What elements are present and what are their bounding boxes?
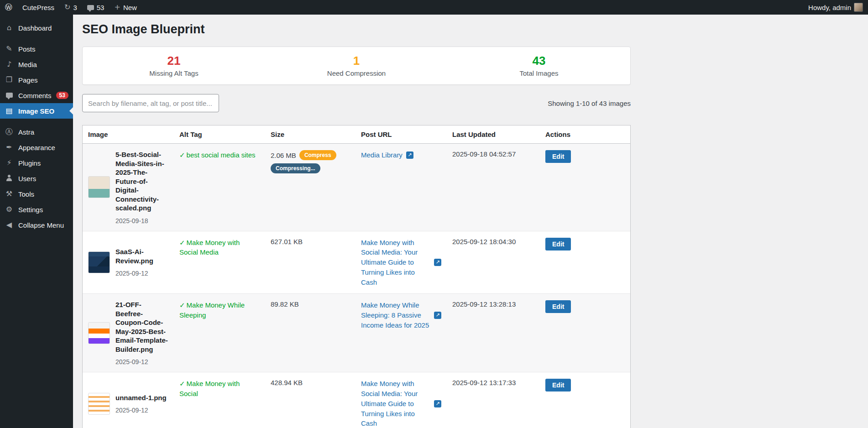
- media-icon: ♪: [5, 61, 14, 68]
- check-icon: ✓: [179, 380, 185, 387]
- updates-count: 3: [73, 4, 77, 11]
- stat-value: 21: [83, 54, 265, 68]
- sidebar-label: Image SEO: [18, 107, 54, 115]
- post-url-text: Media Library: [361, 150, 403, 160]
- sidebar-item-plugins[interactable]: ⚡ Plugins: [0, 155, 73, 171]
- post-url-link[interactable]: Make Money with Social Media: Your Ultim…: [361, 238, 441, 287]
- sidebar-label: Settings: [18, 206, 43, 214]
- header-post-url: Post URL: [356, 125, 447, 143]
- tools-icon: ⚒: [5, 190, 14, 198]
- alt-tag-cell: ✓Make Money While Sleeping: [174, 294, 265, 372]
- stat-label: Need Compression: [265, 69, 448, 77]
- sidebar-item-tools[interactable]: ⚒ Tools: [0, 186, 73, 202]
- external-link-icon: ↗: [434, 312, 441, 319]
- appearance-icon: ✒: [5, 144, 14, 151]
- alt-tag-cell: ✓Make Money with Social Media: [174, 231, 265, 294]
- main-content: SEO Image Blueprint 21 Missing Alt Tags …: [73, 15, 868, 428]
- sidebar-label: Dashboard: [18, 24, 52, 32]
- pages-icon: ❐: [5, 76, 14, 84]
- plus-icon: +: [114, 4, 120, 11]
- sidebar-item-dashboard[interactable]: ⌂ Dashboard: [0, 20, 73, 36]
- updates-indicator[interactable]: ↻ 3: [59, 0, 82, 15]
- collapse-menu-button[interactable]: ◀ Collapse Menu: [0, 217, 73, 233]
- table-row: 21-OFF-Beefree-Coupon-Code-May-2025-Best…: [83, 294, 630, 372]
- check-icon: ✓: [179, 151, 185, 159]
- site-name[interactable]: CutePress: [17, 0, 59, 15]
- stat-value: 43: [448, 54, 630, 68]
- astra-icon: Ⓐ: [5, 128, 14, 136]
- table-row: 5-Best-Social-Media-Sites-in-2025-The-Fu…: [83, 144, 630, 231]
- posts-icon: ✎: [5, 45, 14, 52]
- file-size: 2.06 MB: [271, 151, 296, 159]
- post-url-link[interactable]: Media Library ↗: [361, 150, 441, 160]
- post-url-link[interactable]: Make Money While Sleeping: 8 Passive Inc…: [361, 300, 441, 330]
- sidebar-item-posts[interactable]: ✎ Posts: [0, 41, 73, 57]
- post-url-text: Make Money with Social Media: Your Ultim…: [361, 379, 430, 428]
- sidebar-item-comments[interactable]: Comments 53: [0, 88, 73, 103]
- edit-button[interactable]: Edit: [545, 379, 571, 391]
- image-thumbnail: [88, 176, 110, 198]
- edit-button[interactable]: Edit: [545, 300, 571, 313]
- sidebar-item-media[interactable]: ♪ Media: [0, 57, 73, 72]
- image-filename: 21-OFF-Beefree-Coupon-Code-May-2025-Best…: [115, 300, 168, 354]
- alt-tag-text: Make Money with Social Media: [179, 239, 240, 256]
- comments-icon: [5, 92, 14, 99]
- header-alt-tag: Alt Tag: [174, 125, 265, 143]
- comments-indicator[interactable]: 53: [82, 0, 110, 15]
- image-filename: 5-Best-Social-Media-Sites-in-2025-The-Fu…: [115, 150, 168, 213]
- table-row: SaaS-Ai-Review.png 2025-09-12 ✓Make Mone…: [83, 231, 630, 294]
- stat-total-images: 43 Total Images: [448, 54, 630, 77]
- sidebar-item-astra[interactable]: Ⓐ Astra: [0, 124, 73, 140]
- edit-button[interactable]: Edit: [545, 150, 571, 163]
- image-date: 2025-09-12: [115, 358, 168, 365]
- external-link-icon: ↗: [434, 259, 441, 266]
- sidebar-item-settings[interactable]: ⚙ Settings: [0, 202, 73, 217]
- images-table: Image Alt Tag Size Post URL Last Updated…: [82, 125, 631, 428]
- sidebar-item-image-seo[interactable]: ▤ Image SEO: [0, 103, 73, 119]
- post-url-link[interactable]: Make Money with Social Media: Your Ultim…: [361, 379, 441, 428]
- comments-icon: [87, 5, 94, 10]
- post-url-text: Make Money While Sleeping: 8 Passive Inc…: [361, 300, 430, 330]
- sidebar-label: Astra: [18, 128, 34, 136]
- alt-tag-cell: ✓best social media sites: [174, 144, 265, 231]
- collapse-icon: ◀: [5, 221, 14, 229]
- compress-button[interactable]: Compress: [299, 150, 336, 160]
- comments-count: 53: [97, 4, 105, 11]
- edit-button[interactable]: Edit: [545, 238, 571, 251]
- settings-icon: ⚙: [5, 206, 14, 213]
- alt-tag-text: Make Money with Social: [179, 380, 240, 397]
- alt-tag-text: Make Money While Sleeping: [179, 301, 245, 319]
- image-filename: SaaS-Ai-Review.png: [115, 247, 168, 265]
- sidebar-label: Pages: [18, 76, 38, 84]
- search-input[interactable]: [82, 94, 219, 112]
- account-menu[interactable]: Howdy, admin: [803, 0, 868, 15]
- stat-value: 1: [265, 54, 448, 68]
- stats-card: 21 Missing Alt Tags 1 Need Compression 4…: [82, 47, 631, 85]
- external-link-icon: ↗: [406, 151, 413, 159]
- image-thumbnail: [88, 322, 110, 344]
- plugins-icon: ⚡: [5, 159, 14, 167]
- stat-need-compression: 1 Need Compression: [265, 54, 448, 77]
- post-url-text: Make Money with Social Media: Your Ultim…: [361, 238, 430, 287]
- sidebar-item-users[interactable]: Users: [0, 171, 73, 186]
- wordpress-menu[interactable]: Ⓦ: [0, 0, 17, 15]
- new-content-button[interactable]: + New: [109, 0, 141, 15]
- sidebar-label: Plugins: [18, 159, 41, 167]
- image-filename: unnamed-1.png: [115, 393, 167, 402]
- users-icon: [5, 175, 14, 183]
- header-size: Size: [265, 125, 356, 143]
- page-title: SEO Image Blueprint: [82, 22, 631, 37]
- howdy-text: Howdy, admin: [808, 4, 851, 11]
- last-updated: 2025-09-12 13:17:33: [447, 372, 540, 428]
- results-count: Showing 1-10 of 43 images: [548, 99, 631, 107]
- header-image: Image: [83, 125, 174, 143]
- sidebar-label: Collapse Menu: [18, 221, 64, 229]
- last-updated: 2025-09-18 04:52:57: [447, 144, 540, 231]
- image-date: 2025-09-12: [115, 407, 167, 414]
- stat-missing-alt-tags: 21 Missing Alt Tags: [83, 54, 265, 77]
- last-updated: 2025-09-12 13:28:13: [447, 294, 540, 372]
- sidebar-item-pages[interactable]: ❐ Pages: [0, 72, 73, 88]
- new-label: New: [123, 4, 137, 11]
- sidebar-item-appearance[interactable]: ✒ Appearance: [0, 140, 73, 155]
- admin-bar: Ⓦ CutePress ↻ 3 53 + New Howdy, admin: [0, 0, 868, 15]
